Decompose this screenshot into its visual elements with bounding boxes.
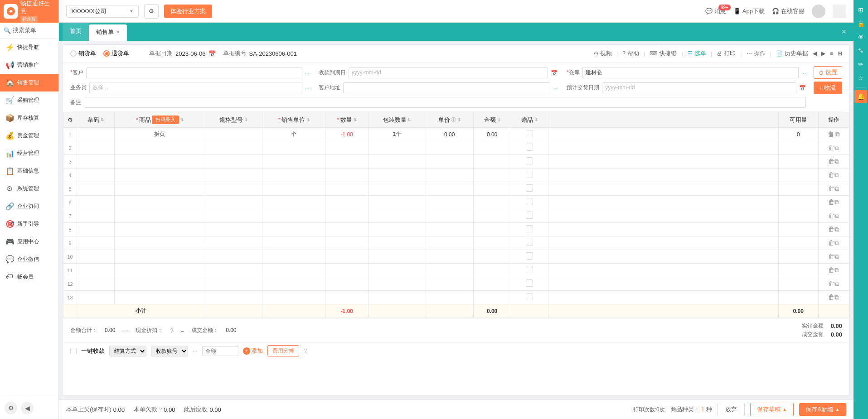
sidebar-item-quick-nav[interactable]: ⚡ 快捷导航	[0, 39, 58, 56]
action-select[interactable]: ☰ 选单	[688, 49, 706, 58]
rs-pencil-icon[interactable]: ✏	[854, 58, 867, 71]
save-new-button[interactable]: 保存&新增 ▲	[799, 403, 846, 416]
abandon-button[interactable]: 放弃	[718, 403, 745, 416]
tab-home[interactable]: 首页	[63, 23, 89, 41]
sidebar-item-wechat[interactable]: 💬 企业微信	[0, 250, 58, 268]
save-draft-button[interactable]: 保存草稿 ▲	[750, 403, 794, 416]
radio-return-order[interactable]: 退货单	[103, 49, 129, 58]
copy-row-button[interactable]: ⧉	[834, 280, 839, 287]
customer-more[interactable]: ···	[305, 70, 310, 76]
delete-row-button[interactable]: 🗑	[828, 239, 834, 246]
company-settings-button[interactable]: ⚙	[144, 4, 159, 19]
salesperson-more[interactable]: ···	[305, 85, 310, 91]
th-settings[interactable]: ⚙	[63, 112, 77, 128]
delivery-date-calendar[interactable]: 📅	[799, 85, 806, 91]
add-payment-button[interactable]: + 添加	[243, 347, 263, 355]
date-calendar-icon[interactable]: 📅	[209, 50, 216, 57]
action-help[interactable]: ? 帮助	[622, 49, 639, 58]
delete-row-button[interactable]: 🗑	[828, 198, 834, 206]
row-amount[interactable]: 0.00	[473, 128, 511, 141]
settings-gear-icon[interactable]: ⚙	[5, 402, 17, 414]
search-menu[interactable]: 🔍 搜索菜单	[0, 23, 58, 39]
delete-row-button[interactable]: 🗑	[828, 158, 834, 165]
sidebar-item-operation[interactable]: 📊 经营管理	[0, 144, 58, 162]
save-draft-arrow[interactable]: ▲	[782, 407, 787, 412]
row-goods[interactable]: 拆页	[114, 128, 205, 141]
rs-grid-icon[interactable]: ⊞	[854, 4, 867, 16]
copy-row-button[interactable]: ⧉	[834, 294, 839, 301]
delete-row-button[interactable]: 🗑	[828, 294, 834, 301]
logistics-button[interactable]: + 物流	[814, 82, 842, 94]
delete-row-button[interactable]: 🗑	[828, 144, 834, 151]
rs-notification-icon[interactable]: 🔔	[854, 90, 867, 103]
copy-row-button[interactable]: ⧉	[834, 239, 839, 246]
scan-button[interactable]: 扫码录入	[152, 116, 179, 124]
app-download-button[interactable]: 📱 App下载	[733, 7, 765, 15]
action-shortcut[interactable]: ⌨ 快捷键	[650, 49, 677, 58]
payment-amount-input[interactable]	[202, 346, 238, 356]
expense-split-button[interactable]: 费用分摊	[267, 345, 299, 356]
trial-button[interactable]: 体验行业方案	[164, 5, 212, 18]
delivery-date-input[interactable]: yyyy-mm-dd	[602, 82, 796, 93]
payment-more-icon[interactable]: ···	[193, 347, 198, 354]
nav-prev[interactable]: ◀	[813, 50, 817, 57]
sidebar-item-guide[interactable]: 🎯 新手引导	[0, 215, 58, 233]
row-price[interactable]: 0.00	[426, 128, 473, 141]
customer-addr-input[interactable]	[343, 82, 551, 93]
tab-sales-order[interactable]: 销售单 ×	[89, 24, 127, 41]
online-service-button[interactable]: 🎧 在线客服	[772, 7, 805, 15]
copy-row-button[interactable]: ⧉	[834, 198, 839, 206]
nav-next[interactable]: ▶	[821, 50, 825, 57]
sidebar-item-system[interactable]: ⚙ 系统管理	[0, 180, 58, 197]
discount-help-icon[interactable]: ?	[170, 327, 173, 334]
delete-row-button[interactable]: 🗑	[828, 253, 834, 260]
sidebar-item-sales[interactable]: 🏠 销售管理	[0, 74, 58, 92]
one-click-checkbox[interactable]	[70, 348, 77, 354]
customer-addr-more[interactable]: ···	[553, 85, 558, 91]
payment-date-calendar[interactable]: 📅	[551, 70, 558, 76]
warehouse-input[interactable]: 建材仓	[582, 67, 799, 78]
row-qty[interactable]: -1.00	[325, 128, 369, 141]
action-history[interactable]: 📄 历史单据	[776, 49, 808, 58]
user-avatar[interactable]	[812, 5, 825, 18]
settings-button[interactable]: ⊙ 设置	[814, 66, 842, 79]
sidebar-item-purchase[interactable]: 🛒 采购管理	[0, 92, 58, 109]
action-operate[interactable]: ⋯ 操作	[747, 49, 766, 58]
copy-row-button[interactable]: ⧉	[835, 130, 840, 138]
sidebar-item-enterprise[interactable]: 🔗 企业协同	[0, 197, 58, 215]
delete-row-button[interactable]: 🗑	[828, 185, 834, 192]
delete-row-button[interactable]: 🗑	[828, 266, 834, 274]
row-pkg-qty[interactable]: 1个	[368, 128, 426, 141]
company-selector[interactable]: XXXXXX公司 ▼	[66, 5, 139, 18]
copy-row-button[interactable]: ⧉	[834, 158, 839, 165]
sidebar-item-marketing[interactable]: 📢 营销推广	[0, 56, 58, 74]
copy-row-button[interactable]: ⧉	[834, 144, 839, 151]
delete-row-button[interactable]: 🗑	[828, 280, 834, 287]
warehouse-more[interactable]: ···	[801, 70, 806, 76]
radio-sale-order[interactable]: 销货单	[70, 49, 96, 58]
delete-row-button[interactable]: 🗑	[828, 171, 834, 178]
delete-row-button[interactable]: 🗑	[828, 130, 834, 138]
payment-date-input[interactable]: yyyy-mm-dd	[349, 67, 548, 78]
view-grid[interactable]: ⊞	[838, 50, 842, 57]
save-new-arrow[interactable]: ▲	[835, 407, 840, 412]
rs-eye-icon[interactable]: 👁	[854, 31, 867, 43]
sidebar-item-finance[interactable]: 💰 资金管理	[0, 127, 58, 144]
payment-method-select[interactable]: 结算方式	[109, 346, 146, 356]
close-all-tabs-button[interactable]: ×	[838, 27, 850, 37]
row-spec[interactable]	[205, 128, 262, 141]
copy-row-button[interactable]: ⧉	[834, 226, 839, 233]
action-video[interactable]: ⊙ 视频	[594, 49, 612, 58]
delete-row-button[interactable]: 🗑	[828, 226, 834, 233]
copy-row-button[interactable]: ⧉	[834, 266, 839, 274]
tab-close-icon[interactable]: ×	[116, 29, 120, 35]
copy-row-button[interactable]: ⧉	[834, 171, 839, 178]
rs-star-icon[interactable]: ☆	[854, 72, 867, 84]
user-menu-button[interactable]	[833, 5, 846, 18]
row-barcode[interactable]	[77, 128, 115, 141]
remarks-input[interactable]	[85, 97, 806, 108]
delete-row-button[interactable]: 🗑	[828, 212, 834, 219]
copy-row-button[interactable]: ⧉	[834, 185, 839, 192]
sidebar-item-inventory[interactable]: 📦 库存核算	[0, 109, 58, 127]
view-list[interactable]: ≡	[830, 50, 833, 57]
